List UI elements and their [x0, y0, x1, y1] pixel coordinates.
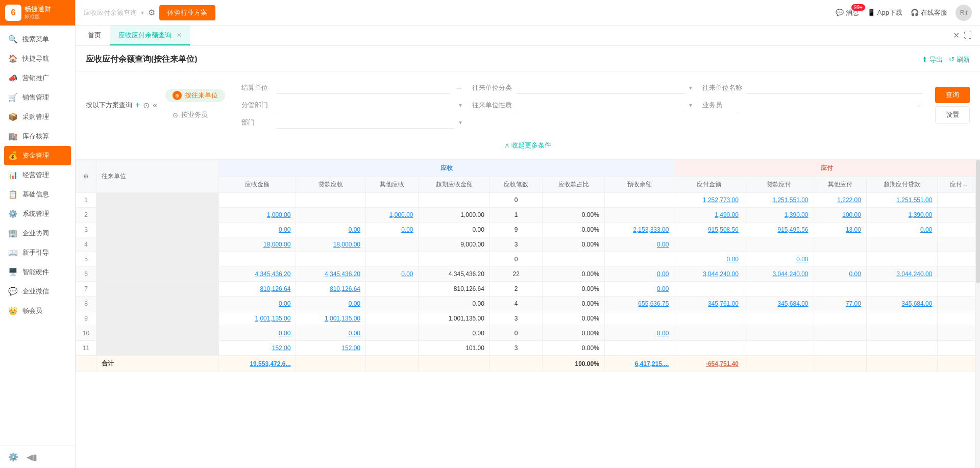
ar-loan-header: 贷款应收: [296, 177, 366, 193]
filter-area: 按以下方案查询 + ⊙ « ⊕ 按往来单位 ⊙ 按业务员: [76, 71, 980, 160]
table-row: 11152.00152.00101.0030.00%: [76, 341, 980, 356]
filter-scheme-salesperson[interactable]: ⊙ 按业务员: [165, 108, 225, 121]
sidebar-item-label: 经营管理: [22, 170, 49, 180]
trial-btn[interactable]: 体验行业方案: [159, 5, 215, 20]
settlement-input[interactable]: [276, 82, 450, 94]
tab-expand-btn[interactable]: ⛶: [964, 31, 972, 40]
sidebar-item-label: 快捷导航: [22, 54, 49, 63]
sidebar-item-sales[interactable]: 🛒 销售管理: [0, 88, 75, 107]
sidebar-item-search[interactable]: 🔍 搜索菜单: [0, 30, 75, 49]
sidebar-item-member[interactable]: 👑 畅会员: [0, 301, 75, 321]
dept-input[interactable]: [276, 99, 455, 111]
ap-loan-header: 贷款应付: [744, 177, 814, 193]
settings-button[interactable]: 设置: [935, 106, 970, 124]
partner-name-input[interactable]: [746, 82, 923, 94]
ap-more-header: 应付...: [938, 177, 980, 193]
scrollbar-track[interactable]: [975, 160, 980, 468]
filter-collapse-toggle[interactable]: ∧ 收起更多条件: [86, 138, 970, 153]
sidebar-item-hardware[interactable]: 🖥️ 智能硬件: [0, 262, 75, 282]
total-ap-amount[interactable]: -654,751.40: [674, 356, 744, 372]
settings-footer-icon[interactable]: ⚙️: [8, 452, 18, 462]
tab-query[interactable]: 应收应付余额查询 ✕: [110, 26, 190, 45]
sidebar-item-operations[interactable]: 📊 经营管理: [0, 165, 75, 185]
salesperson-input[interactable]: [737, 99, 911, 111]
marketing-icon: 📣: [8, 73, 17, 83]
sidebar-item-label: 库存核算: [22, 132, 49, 141]
filter-fields: 结算单位 ··· 往来单位分类 ▾ 往来单位名称: [241, 78, 923, 133]
query-button[interactable]: 查询: [935, 87, 970, 103]
salesperson-label: 业务员: [702, 101, 733, 110]
salesperson-dots[interactable]: ···: [917, 102, 923, 109]
filter-collapse-btn[interactable]: «: [153, 101, 157, 110]
sidebar-item-marketing[interactable]: 📣 营销推广: [0, 68, 75, 88]
filter-add-btn[interactable]: +: [135, 101, 140, 110]
filter-partner-name: 往来单位名称: [702, 82, 923, 94]
sidebar-item-system[interactable]: ⚙️ 系统管理: [0, 204, 75, 224]
sidebar-item-label: 系统管理: [22, 209, 49, 218]
finance-icon: 💰: [8, 151, 17, 160]
scrollbar-thumb[interactable]: [976, 160, 980, 283]
total-ar-prepaid[interactable]: 6,417,215....: [604, 356, 674, 372]
scheme-icon: ⊕: [173, 91, 182, 100]
sidebar-item-purchase[interactable]: 📦 采购管理: [0, 107, 75, 127]
header-online-service[interactable]: 🎧 在线客服: [911, 8, 947, 17]
sidebar-item-basic[interactable]: 📋 基础信息: [0, 185, 75, 204]
tab-close-btn[interactable]: ✕: [953, 31, 960, 40]
sidebar-item-finance[interactable]: 💰 资金管理: [4, 146, 71, 165]
collapse-sidebar-icon[interactable]: ◀▮: [27, 452, 37, 462]
table-row: 500.000.00: [76, 252, 980, 267]
header-app-download[interactable]: 📱 App下载: [867, 8, 902, 17]
sidebar-item-quicknav[interactable]: 🏠 快捷导航: [0, 49, 75, 68]
filter-scheme-partner[interactable]: ⊕ 按往来单位: [165, 89, 225, 102]
tab-close-icon[interactable]: ✕: [177, 32, 182, 39]
inventory-icon: 🏬: [8, 132, 17, 141]
settings-col-header[interactable]: ⚙: [76, 160, 96, 193]
partner-cell: [96, 341, 219, 356]
sidebar-menu: 🔍 搜索菜单 🏠 快捷导航 📣 营销推广 🛒 销售管理 📦 采购管理 🏬 库存核…: [0, 26, 75, 446]
sidebar-item-guide[interactable]: 📖 新手引导: [0, 243, 75, 262]
sidebar-item-wechat[interactable]: 💬 企业微信: [0, 282, 75, 301]
export-icon: ⬆: [922, 56, 927, 63]
header-right: 💬 消息 99+ 📱 App下载 🎧 在线客服 Rit: [836, 5, 972, 21]
table-area[interactable]: ⚙ 往来单位 应收 应付 应收金额 贷款应收 其他应收 超期应收金额 应收笔数 …: [76, 160, 980, 468]
partner-type-input[interactable]: [516, 82, 685, 94]
receivable-group-header: 应收: [218, 160, 674, 177]
tab-home[interactable]: 首页: [80, 26, 109, 45]
partner-cell: [96, 208, 219, 223]
table-row: 30.000.000.000.0090.00%2,153,333.00915,5…: [76, 223, 980, 237]
settlement-dots[interactable]: ···: [456, 84, 462, 92]
table-row: 21,000.001,000.001,000.0010.00%1,490.001…: [76, 208, 980, 223]
refresh-button[interactable]: ↺ 刷新: [949, 55, 970, 64]
partner-cell: [96, 223, 219, 237]
partner-cell: [96, 282, 219, 297]
header-message[interactable]: 💬 消息 99+: [836, 8, 859, 17]
total-ar-ratio: 100.00%: [543, 356, 604, 372]
table-row: 7810,126.64810,126.64810,126.6420.00%0.0…: [76, 282, 980, 297]
total-ar-amount[interactable]: 19,553,472,6...: [218, 356, 296, 372]
partner-nature-label: 往来单位性质: [472, 101, 512, 110]
table-row: 80.000.000.0040.00%655,636.75345,761.003…: [76, 297, 980, 311]
sidebar-item-label: 搜索菜单: [22, 35, 49, 44]
filter-label: 按以下方案查询 + ⊙ «: [86, 101, 157, 110]
guide-icon: 📖: [8, 248, 17, 257]
sidebar-item-label: 采购管理: [22, 112, 49, 121]
department-input[interactable]: [276, 116, 455, 129]
sidebar-item-label: 营销推广: [22, 73, 49, 83]
ar-amount-header: 应收金额: [218, 177, 296, 193]
sidebar-item-inventory[interactable]: 🏬 库存核算: [0, 127, 75, 146]
department-arrow[interactable]: ▾: [459, 119, 462, 126]
dept-arrow[interactable]: ▾: [459, 102, 462, 109]
partner-cell: [96, 326, 219, 341]
ar-other-header: 其他应收: [366, 177, 419, 193]
user-avatar[interactable]: Rit: [955, 5, 972, 21]
hardware-icon: 🖥️: [8, 267, 17, 277]
sidebar-item-enterprise[interactable]: 🏢 企业协同: [0, 224, 75, 243]
sales-icon: 🛒: [8, 93, 17, 102]
partner-nature-arrow[interactable]: ▾: [689, 102, 692, 109]
partner-type-arrow[interactable]: ▾: [689, 84, 692, 91]
export-button[interactable]: ⬆ 导出: [922, 55, 943, 64]
header-settings-icon[interactable]: ⚙: [148, 8, 155, 17]
filter-settings-btn[interactable]: ⊙: [143, 101, 150, 110]
partner-nature-input[interactable]: [516, 99, 685, 111]
logo-icon: 6: [5, 5, 21, 21]
